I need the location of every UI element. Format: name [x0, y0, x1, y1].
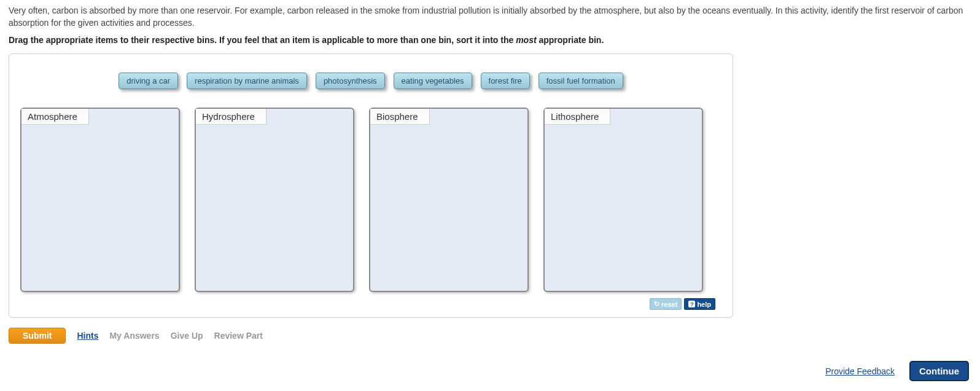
drag-item[interactable]: fossil fuel formation: [539, 73, 623, 89]
drag-item[interactable]: photosynthesis: [316, 73, 385, 89]
question-icon: ?: [688, 301, 695, 307]
drag-item[interactable]: driving a car: [119, 73, 178, 89]
reset-button[interactable]: ↻ reset: [650, 298, 682, 310]
help-label: help: [697, 301, 711, 308]
drag-item[interactable]: forest fire: [481, 73, 530, 89]
give-up-link: Give Up: [171, 331, 203, 341]
continue-button[interactable]: Continue: [909, 361, 969, 381]
submit-button[interactable]: Submit: [9, 328, 66, 344]
bin-atmosphere[interactable]: Atmosphere: [20, 108, 180, 292]
drag-item[interactable]: eating vegetables: [394, 73, 472, 89]
provide-feedback-link[interactable]: Provide Feedback: [825, 366, 895, 376]
reset-help-row: ↻ reset ? help: [20, 298, 721, 310]
reset-label: reset: [661, 301, 677, 308]
sorting-activity-container: driving a car respiration by marine anim…: [9, 53, 733, 318]
bins-row: Atmosphere Hydrosphere Biosphere Lithosp…: [20, 108, 721, 292]
submit-row: Submit Hints My Answers Give Up Review P…: [9, 328, 971, 344]
help-button[interactable]: ? help: [684, 298, 715, 310]
bin-label: Atmosphere: [21, 109, 89, 125]
instruction-emphasis: most: [516, 35, 536, 45]
bin-label: Hydrosphere: [196, 109, 266, 125]
bin-label: Lithosphere: [545, 109, 610, 125]
drag-item[interactable]: respiration by marine animals: [187, 73, 307, 89]
reset-icon: ↻: [654, 300, 659, 308]
bin-hydrosphere[interactable]: Hydrosphere: [195, 108, 354, 292]
my-answers-link: My Answers: [109, 331, 159, 341]
drag-items-row: driving a car respiration by marine anim…: [20, 73, 721, 89]
instruction-text: Drag the appropriate items to their resp…: [9, 35, 971, 45]
bin-lithosphere[interactable]: Lithosphere: [543, 108, 703, 292]
instruction-prefix: Drag the appropriate items to their resp…: [9, 35, 516, 45]
footer-row: Provide Feedback Continue: [9, 361, 971, 381]
bin-label: Biosphere: [370, 109, 430, 125]
bin-biosphere[interactable]: Biosphere: [369, 108, 529, 292]
intro-text: Very often, carbon is absorbed by more t…: [9, 5, 971, 29]
hints-link[interactable]: Hints: [77, 331, 98, 341]
review-part-link: Review Part: [214, 331, 263, 341]
instruction-suffix: appropriate bin.: [537, 35, 604, 45]
